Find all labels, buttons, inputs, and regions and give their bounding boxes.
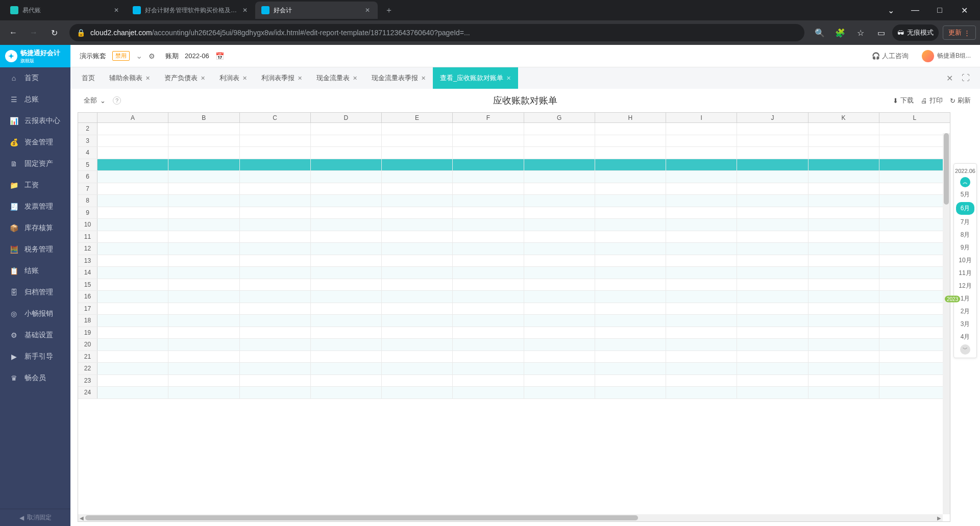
cell[interactable] [737, 159, 808, 171]
calendar-icon[interactable]: 📅 [215, 52, 224, 60]
corner-cell[interactable] [78, 113, 97, 122]
row-header[interactable]: 12 [78, 243, 97, 255]
row-header[interactable]: 16 [78, 291, 97, 303]
cell[interactable] [879, 171, 950, 183]
cell[interactable] [168, 147, 239, 159]
cell[interactable] [808, 207, 879, 219]
cell[interactable] [168, 183, 239, 195]
cell[interactable] [808, 147, 879, 159]
cell[interactable] [666, 315, 737, 327]
tab-close-icon[interactable]: ✕ [112, 6, 120, 14]
cell[interactable] [737, 195, 808, 207]
cell[interactable] [240, 327, 311, 339]
cell[interactable] [168, 207, 239, 219]
cell[interactable] [879, 207, 950, 219]
cell[interactable] [97, 219, 168, 231]
cell[interactable] [524, 279, 595, 291]
cell[interactable] [240, 219, 311, 231]
cell[interactable] [879, 387, 950, 398]
update-button[interactable]: 更新 ⋮ [943, 26, 976, 40]
column-header[interactable]: E [382, 113, 453, 122]
row-header[interactable]: 17 [78, 303, 97, 315]
cell[interactable] [453, 171, 524, 183]
zoom-icon[interactable]: 🔍 [811, 23, 829, 42]
logo[interactable]: ✦ 畅捷通好会计 旗舰版 [0, 45, 70, 67]
cell[interactable] [311, 207, 382, 219]
cell[interactable] [168, 279, 239, 291]
cell[interactable] [666, 207, 737, 219]
cell[interactable] [168, 255, 239, 267]
cell[interactable] [737, 267, 808, 279]
cell[interactable] [808, 171, 879, 183]
cell[interactable] [97, 243, 168, 255]
cell[interactable] [666, 279, 737, 291]
window-minimize-icon[interactable]: — [903, 2, 927, 18]
cell[interactable] [453, 255, 524, 267]
cell[interactable] [737, 243, 808, 255]
url-bar[interactable]: 🔒 cloud2.chanjet.com/accounting/uh26t264… [69, 24, 804, 41]
cell[interactable] [808, 363, 879, 374]
cell[interactable] [524, 195, 595, 207]
cell[interactable] [879, 327, 950, 339]
cell[interactable] [737, 351, 808, 363]
cell[interactable] [737, 207, 808, 219]
cell[interactable] [737, 147, 808, 159]
cell[interactable] [311, 123, 382, 135]
cell[interactable] [453, 387, 524, 398]
cell[interactable] [97, 351, 168, 363]
cell[interactable] [524, 207, 595, 219]
cell[interactable] [168, 243, 239, 255]
cell[interactable] [666, 255, 737, 267]
cell[interactable] [240, 351, 311, 363]
row-header[interactable]: 7 [78, 183, 97, 195]
cell[interactable] [382, 255, 453, 267]
cell[interactable] [382, 315, 453, 327]
sidebar-item[interactable]: ▶新手引导 [0, 346, 70, 367]
cell[interactable] [240, 207, 311, 219]
cell[interactable] [666, 387, 737, 398]
cell[interactable] [168, 219, 239, 231]
cell[interactable] [879, 279, 950, 291]
cell[interactable] [97, 207, 168, 219]
cell[interactable] [168, 123, 239, 135]
cell[interactable] [311, 159, 382, 171]
unpin-button[interactable]: ◀ 取消固定 [0, 509, 70, 526]
cell[interactable] [453, 363, 524, 374]
cell[interactable] [97, 147, 168, 159]
cell[interactable] [737, 387, 808, 398]
column-header[interactable]: F [453, 113, 524, 122]
cell[interactable] [808, 387, 879, 398]
cell[interactable] [595, 375, 666, 387]
new-tab-button[interactable]: ＋ [382, 3, 396, 17]
account-settings-icon[interactable]: ⚙ [149, 52, 155, 60]
cell[interactable] [240, 135, 311, 147]
cell[interactable] [240, 183, 311, 195]
cell[interactable] [666, 291, 737, 303]
cell[interactable] [666, 219, 737, 231]
sidebar-item[interactable]: 🧮税务管理 [0, 239, 70, 260]
cell[interactable] [524, 243, 595, 255]
cell[interactable] [453, 159, 524, 171]
cell[interactable] [382, 279, 453, 291]
month-item[interactable]: 3月 [954, 318, 976, 331]
cell[interactable] [168, 387, 239, 398]
cell[interactable] [382, 327, 453, 339]
cell[interactable] [453, 315, 524, 327]
sidebar-item[interactable]: ⚙基础设置 [0, 324, 70, 346]
cell[interactable] [879, 303, 950, 315]
scrollbar-thumb[interactable] [85, 515, 638, 520]
cell[interactable] [808, 351, 879, 363]
cell[interactable] [168, 195, 239, 207]
column-header[interactable]: A [97, 113, 168, 122]
cell[interactable] [879, 231, 950, 243]
cell[interactable] [595, 183, 666, 195]
cell[interactable] [97, 231, 168, 243]
cell[interactable] [737, 183, 808, 195]
cell[interactable] [879, 147, 950, 159]
print-button[interactable]: 🖨 打印 [921, 96, 943, 105]
cell[interactable] [382, 123, 453, 135]
cell[interactable] [382, 339, 453, 350]
page-tab[interactable]: 现金流量表✕ [309, 67, 364, 89]
cell[interactable] [595, 159, 666, 171]
column-header[interactable]: C [240, 113, 311, 122]
